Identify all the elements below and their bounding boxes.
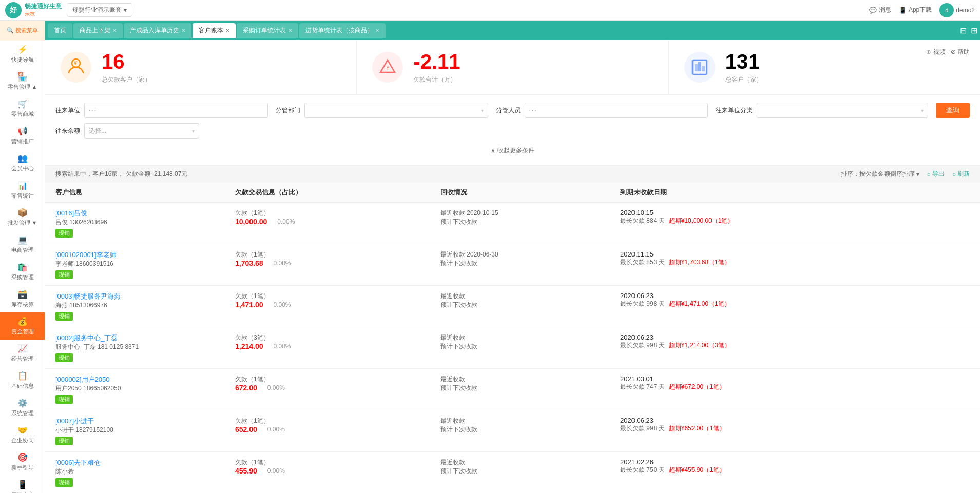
overdue-days: 最长欠款 750 天: [620, 466, 665, 475]
sidebar-item-retail-stat[interactable]: 📊 零售统计: [0, 176, 45, 204]
due-date: 2020.06.23: [620, 417, 970, 424]
debt-amount[interactable]: 10,000.00: [235, 218, 267, 226]
close-icon[interactable]: ✕: [181, 28, 185, 33]
sidebar-item-inventory[interactable]: 🗃️ 库存核算: [0, 285, 45, 312]
retail-stat-icon: 📊: [17, 181, 28, 190]
user-btn[interactable]: d demo2: [939, 3, 975, 17]
avatar: d: [939, 3, 954, 17]
debt-info-cell: 欠款（1笔） 455.90 0.00%: [235, 458, 440, 475]
sidebar-item-sys[interactable]: ⚙️ 系统管理: [0, 394, 45, 421]
manager-input[interactable]: ···: [525, 103, 708, 118]
sidebar-item-quick-nav[interactable]: ⚡ 快捷导航: [0, 41, 45, 68]
last-collection: 最近收款 2020-06-30: [440, 250, 620, 259]
overdue-amount[interactable]: 超期¥1,214.00（3笔）: [669, 341, 731, 350]
debt-amount[interactable]: 672.00: [235, 384, 257, 392]
help-btn[interactable]: ⊘ 帮助: [951, 48, 970, 56]
refresh-label: 刷新: [957, 170, 970, 179]
customer-name[interactable]: [0006]去下粮仓: [55, 458, 235, 467]
tab-product-on-off[interactable]: 商品上下架 ✕: [73, 23, 123, 38]
sidebar-item-collab[interactable]: 🤝 企业协同: [0, 421, 45, 448]
data-table: 客户信息 欠款交易信息（占比） 回收情况 到期未收款日期 [0016]吕俊 吕俊…: [45, 183, 980, 493]
sidebar-item-label: 零售管理 ▲: [8, 83, 37, 91]
debt-total-label: 欠款合计（万）: [413, 75, 460, 84]
collapse-icon: ∧: [491, 147, 495, 154]
table-row: [0002]服务中心_丁磊 服务中心_丁磊 181 0125 8371 现销 欠…: [45, 327, 980, 369]
unit-category-select[interactable]: ▾: [757, 103, 928, 118]
sidebar-item-ops[interactable]: 📈 经营管理: [0, 340, 45, 367]
sidebar-item-ecom[interactable]: 💻 电商管理: [0, 231, 45, 258]
unit-category-filter: 往来单位分类 ▾: [716, 103, 928, 118]
col-debt-info: 欠款交易信息（占比）: [235, 188, 440, 197]
sidebar-item-batch-mgmt[interactable]: 📦 批发管理 ▼: [0, 204, 45, 231]
sidebar-item-basic[interactable]: 📋 基础信息: [0, 367, 45, 394]
overdue-amount[interactable]: 超期¥652.00（1笔）: [669, 424, 725, 433]
app-download-btn[interactable]: 📱 App下载: [899, 6, 932, 14]
from-unit-input[interactable]: ···: [84, 103, 268, 118]
close-icon[interactable]: ✕: [112, 28, 117, 33]
close-icon[interactable]: ✕: [225, 28, 229, 33]
sidebar-item-retail-mgmt[interactable]: 🏪 零售管理 ▲: [0, 68, 45, 95]
search-btn[interactable]: 查询: [936, 103, 970, 118]
tab-label: 商品上下架: [80, 26, 110, 35]
debt-amount[interactable]: 1,703.68: [235, 259, 263, 267]
sidebar-item-marketing[interactable]: 📢 营销推广: [0, 122, 45, 149]
sidebar-search[interactable]: 🔍 搜索菜单: [0, 21, 45, 41]
tab-import-stat[interactable]: 进货单统计表（按商品） ✕: [299, 23, 386, 38]
customer-phone: 小进干 18279152100: [55, 426, 235, 435]
customer-phone: 李老师 18600391516: [55, 260, 235, 268]
tab-home-label: 首页: [54, 26, 66, 35]
sort-btn[interactable]: 排序：按欠款金额倒序排序 ▾: [841, 170, 919, 179]
due-date-cell: 2021.02.26 最长欠款 750 天 超期¥455.90（1笔）: [620, 458, 970, 475]
customer-name[interactable]: [0007]小进干: [55, 417, 235, 426]
tab-home[interactable]: 首页: [48, 23, 72, 38]
debt-amount[interactable]: 1,471.00: [235, 301, 263, 309]
view-btn[interactable]: ⊙ 视频: [926, 48, 945, 56]
refresh-btn[interactable]: ○ 刷新: [952, 170, 970, 179]
customer-info-cell: [0006]去下粮仓 陈小希 现销: [55, 458, 235, 487]
overdue-amount[interactable]: 超期¥10,000.00（1笔）: [669, 216, 734, 225]
close-icon[interactable]: ✕: [375, 28, 379, 33]
sidebar-item-app-center[interactable]: 📱 应用中心: [0, 476, 45, 493]
sidebar-item-member[interactable]: 👥 会员中心: [0, 149, 45, 176]
overdue-amount[interactable]: 超期¥1,703.68（1笔）: [669, 258, 731, 267]
sidebar-item-finance[interactable]: 💰 资金管理: [0, 312, 45, 340]
maximize-icon[interactable]: ⊞: [971, 26, 977, 35]
debt-info-cell: 欠款（1笔） 1,471.00 0.00%: [235, 292, 440, 309]
search-menu-btn[interactable]: 🔍 搜索菜单: [4, 25, 41, 36]
customer-name[interactable]: [0003]畅捷服务尹海燕: [55, 292, 235, 301]
table-body: [0016]吕俊 吕俊 13026203696 现销 欠款（1笔） 10,000…: [45, 203, 980, 493]
debt-amount[interactable]: 455.90: [235, 467, 257, 475]
tab-actions: ⊟ ⊞: [960, 26, 977, 35]
customer-name[interactable]: [0001020001]李老师: [55, 250, 235, 260]
debt-amount[interactable]: 652.00: [235, 425, 257, 433]
customer-name[interactable]: [0016]吕俊: [55, 209, 235, 218]
member-icon: 👥: [17, 153, 28, 163]
tab-customer-account[interactable]: 客户账本 ✕: [193, 23, 236, 38]
dept-select[interactable]: ▾: [304, 103, 488, 118]
table-row: [0016]吕俊 吕俊 13026203696 现销 欠款（1笔） 10,000…: [45, 203, 980, 244]
close-icon[interactable]: ✕: [288, 28, 292, 33]
balance-select[interactable]: 选择... ▾: [84, 123, 199, 139]
sidebar-item-retail-mall[interactable]: 🛒 零售商城: [0, 95, 45, 122]
page-content: ¥ 16 总欠款客户（家） ¥: [45, 40, 980, 493]
collapse-btn[interactable]: ∧ 收起更多条件: [488, 144, 537, 157]
sidebar-item-purchase[interactable]: 🛍️ 采购管理: [0, 258, 45, 285]
sidebar-item-guide[interactable]: 🎯 新手引导: [0, 448, 45, 476]
overdue-amount[interactable]: 超期¥672.00（1笔）: [669, 383, 725, 391]
tab-label: 客户账本: [199, 26, 223, 35]
tab-product-history[interactable]: 产成品入库单历史 ✕: [124, 23, 191, 38]
debt-amount[interactable]: 1,214.00: [235, 342, 263, 350]
message-btn[interactable]: 💬 消息: [869, 6, 891, 14]
overdue-amount[interactable]: 超期¥455.90（1笔）: [669, 466, 725, 475]
customer-name[interactable]: [000002]用户2050: [55, 375, 235, 384]
store-selector[interactable]: 母婴行业演示账套 ▾: [67, 3, 132, 17]
minimize-icon[interactable]: ⊟: [960, 26, 967, 35]
export-btn[interactable]: ○ 导出: [927, 170, 945, 179]
tab-purchase-order[interactable]: 采购订单统计表 ✕: [237, 23, 298, 38]
user-name: demo2: [956, 7, 975, 14]
customer-name[interactable]: [0002]服务中心_丁磊: [55, 333, 235, 343]
debt-count: 欠款（1笔）: [235, 250, 440, 259]
sub-text: 示范: [25, 11, 62, 18]
overdue-amount[interactable]: 超期¥1,471.00（1笔）: [669, 300, 731, 308]
debt-percent: 0.00%: [267, 467, 285, 475]
